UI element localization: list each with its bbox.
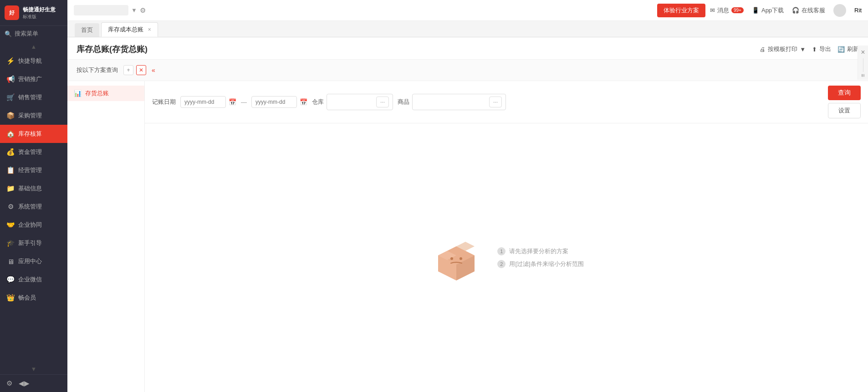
enterprise-icon: 🤝 [6, 221, 15, 229]
date-end-group: 📅 [251, 96, 307, 108]
print-dropdown-icon: ▼ [800, 46, 806, 53]
sidebar-bottom: ⚙ ◀▶ [0, 374, 67, 392]
scroll-up[interactable]: ▲ [0, 41, 67, 52]
scroll-down[interactable]: ▼ [0, 364, 67, 374]
topbar-settings-icon[interactable]: ⚙ [140, 6, 146, 15]
empty-illustration [429, 230, 484, 285]
tabbar: 首页 库存成本总账 × [67, 21, 868, 37]
sidebar-item-basic[interactable]: 📁 基础信息 [0, 179, 67, 198]
sidebar-item-inventory[interactable]: 🏠 库存核算 [0, 125, 67, 143]
sidebar-item-operations[interactable]: 📋 经营管理 [0, 161, 67, 179]
date-label: 记账日期 [152, 98, 176, 106]
query-buttons: 查询 设置 [828, 86, 861, 118]
app-logo: 好 畅捷通好生意 标准版 [0, 0, 67, 26]
date-start-input[interactable] [180, 96, 226, 108]
industry-btn[interactable]: 体验行业方案 [657, 4, 705, 17]
date-start-group: 📅 [180, 96, 236, 108]
sidebar-item-finance[interactable]: 💰 资金管理 [0, 143, 67, 161]
scheme-icon: 📊 [74, 90, 82, 97]
filter-delete-btn[interactable]: ✕ [136, 65, 146, 75]
date-end-input[interactable] [251, 96, 297, 108]
search-menu[interactable]: 🔍 搜索菜单 [0, 26, 67, 41]
sidebar-item-system[interactable]: ⚙ 系统管理 [0, 198, 67, 216]
svg-point-7 [460, 257, 462, 260]
inventory-icon: 🏠 [6, 130, 15, 138]
message-action[interactable]: ✉ 消息 99+ [710, 6, 744, 15]
panel-divider [863, 58, 863, 72]
message-badge: 99+ [731, 7, 744, 13]
filter-icons: + ✕ [123, 65, 146, 75]
refresh-icon: 🔄 [837, 46, 845, 53]
sidebar-item-app-center[interactable]: 🖥 应用中心 [0, 252, 67, 270]
product-select[interactable]: ··· [412, 94, 506, 110]
headset-icon: 🎧 [792, 7, 799, 14]
search-icon: 🔍 [5, 31, 12, 37]
empty-state: 1 请先选择要分析的方案 2 用[过滤]条件来缩小分析范围 [145, 123, 868, 392]
basic-icon: 📁 [6, 184, 15, 193]
sidebar: 好 畅捷通好生意 标准版 🔍 搜索菜单 ▲ ⚡ 快捷导航 📢 营销推广 🛒 销售… [0, 0, 67, 392]
page-title: 库存总账(存货总账) [77, 44, 148, 55]
export-btn[interactable]: ⬆ 导出 [812, 45, 831, 53]
warehouse-group: 仓库 ··· [312, 94, 393, 110]
main-area: ▼ ⚙ 体验行业方案 ✉ 消息 99+ 📱 App下载 🎧 在线客服 Rit 首… [67, 0, 868, 392]
scheme-item-inventory[interactable]: 📊 存货总账 [67, 86, 144, 101]
user-name: Rit [854, 7, 862, 14]
system-icon: ⚙ [6, 203, 15, 211]
cal-start-icon[interactable]: 📅 [229, 98, 236, 106]
close-panel-btn[interactable]: × [861, 48, 865, 56]
purchase-icon: 📦 [6, 112, 15, 120]
guide-icon: 🎓 [6, 239, 15, 247]
svg-point-6 [450, 257, 453, 260]
filter-label: 按以下方案查询 [77, 66, 118, 74]
app-download-action[interactable]: 📱 App下载 [752, 6, 784, 15]
tab-close-btn[interactable]: × [148, 26, 151, 33]
quick-nav-icon: ⚡ [6, 57, 15, 65]
topbar-breadcrumb: ▼ ⚙ [74, 5, 653, 15]
settings-query-btn[interactable]: 设置 [828, 103, 861, 118]
tab-home[interactable]: 首页 [75, 23, 99, 37]
cal-end-icon[interactable]: 📅 [300, 98, 307, 106]
user-avatar[interactable] [833, 4, 846, 17]
product-group: 商品 ··· [398, 94, 506, 110]
tab-inventory-ledger[interactable]: 库存成本总账 × [101, 22, 158, 37]
online-service-action[interactable]: 🎧 在线客服 [792, 6, 825, 15]
query-area: 记账日期 📅 — 📅 仓库 ··· [145, 81, 868, 392]
breadcrumb-arrow-icon: ▼ [131, 7, 137, 14]
sidebar-nav: ⚡ 快捷导航 📢 营销推广 🛒 销售管理 📦 采购管理 🏠 库存核算 💰 资金管… [0, 52, 67, 364]
export-icon: ⬆ [812, 46, 817, 53]
panel-side-text: ≡ [860, 74, 866, 77]
logo-text: 畅捷通好生意 标准版 [23, 6, 56, 20]
scheme-sidebar: 📊 存货总账 [67, 81, 145, 392]
warehouse-more-btn[interactable]: ··· [376, 97, 389, 107]
settings-bottom-icon[interactable]: ⚙ [6, 379, 12, 387]
filter-add-btn[interactable]: + [123, 65, 133, 75]
phone-icon: 📱 [752, 7, 759, 14]
logo-icon: 好 [5, 5, 19, 20]
query-btn[interactable]: 查询 [828, 86, 861, 100]
sidebar-item-wechat[interactable]: 💬 企业微信 [0, 270, 67, 289]
refresh-btn[interactable]: 🔄 刷新 [837, 45, 859, 53]
collapse-icon[interactable]: ◀▶ [19, 379, 30, 387]
print-icon: 🖨 [760, 46, 766, 53]
empty-hint-1: 1 请先选择要分析的方案 [497, 247, 583, 255]
product-more-btn[interactable]: ··· [489, 97, 502, 107]
sidebar-item-marketing[interactable]: 📢 营销推广 [0, 70, 67, 88]
right-panel-close: × ≡ [858, 46, 868, 80]
message-icon: ✉ [710, 7, 715, 14]
breadcrumb-input[interactable] [74, 5, 128, 15]
sidebar-item-quick-nav[interactable]: ⚡ 快捷导航 [0, 52, 67, 70]
filter-collapse-btn[interactable]: « [152, 66, 155, 74]
content-area: 库存总账(存货总账) 🖨 按模板打印 ▼ ⬆ 导出 🔄 刷新 按以下方案查询 [67, 37, 868, 392]
sidebar-item-purchase[interactable]: 📦 采购管理 [0, 107, 67, 125]
filters-row: 记账日期 📅 — 📅 仓库 ··· [145, 81, 868, 123]
topbar: ▼ ⚙ 体验行业方案 ✉ 消息 99+ 📱 App下载 🎧 在线客服 Rit [67, 0, 868, 21]
sidebar-item-member[interactable]: 👑 畅会员 [0, 289, 67, 307]
sidebar-item-sales[interactable]: 🛒 销售管理 [0, 88, 67, 107]
sidebar-item-enterprise[interactable]: 🤝 企业协同 [0, 216, 67, 234]
warehouse-select[interactable]: ··· [327, 94, 393, 110]
empty-hint-2: 2 用[过滤]条件来缩小分析范围 [497, 260, 583, 268]
topbar-right: ✉ 消息 99+ 📱 App下载 🎧 在线客服 Rit [710, 4, 862, 17]
sidebar-item-guide[interactable]: 🎓 新手引导 [0, 234, 67, 252]
filter-bar: 按以下方案查询 + ✕ « [67, 60, 868, 81]
print-btn[interactable]: 🖨 按模板打印 ▼ [760, 45, 806, 53]
